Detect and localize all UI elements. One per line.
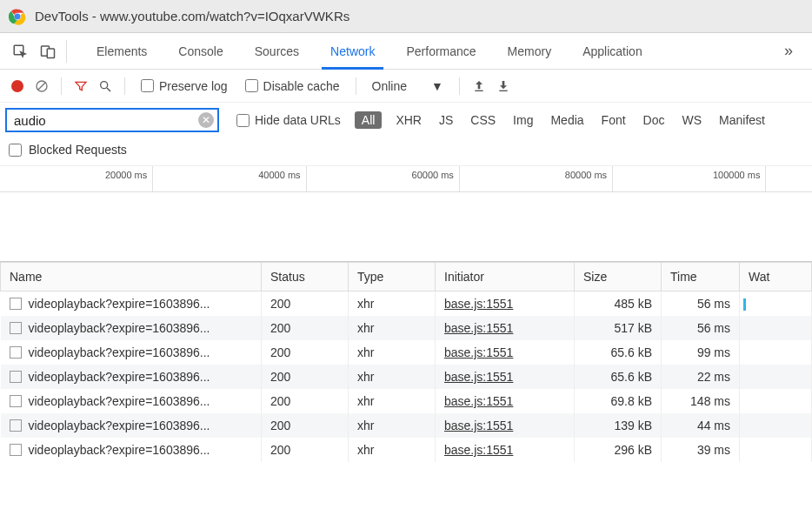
- request-initiator[interactable]: base.js:1551: [444, 321, 513, 335]
- type-filter-doc[interactable]: Doc: [640, 111, 669, 129]
- type-filter-manifest[interactable]: Manifest: [715, 111, 769, 129]
- waterfall-cell: [740, 316, 812, 340]
- waterfall-bar: [743, 298, 746, 311]
- table-header-row: Name Status Type Initiator Size Time Wat: [1, 263, 812, 292]
- request-initiator[interactable]: base.js:1551: [444, 443, 513, 457]
- type-filter-css[interactable]: CSS: [467, 111, 499, 129]
- record-button[interactable]: [7, 76, 28, 97]
- upload-har-icon[interactable]: [469, 76, 489, 97]
- request-time: 56 ms: [662, 292, 740, 317]
- throttling-select[interactable]: Online ▼: [372, 79, 443, 93]
- col-waterfall[interactable]: Wat: [740, 263, 812, 292]
- waterfall-cell: [740, 365, 812, 389]
- type-filter-img[interactable]: Img: [509, 111, 536, 129]
- tab-console[interactable]: Console: [163, 33, 238, 70]
- request-name: videoplayback?expire=1603896...: [29, 419, 210, 432]
- blocked-requests-checkbox[interactable]: [9, 144, 22, 157]
- request-type: xhr: [349, 292, 436, 317]
- request-status: 200: [262, 389, 349, 413]
- tab-elements[interactable]: Elements: [81, 33, 163, 70]
- col-type[interactable]: Type: [349, 263, 436, 292]
- table-row[interactable]: videoplayback?expire=1603896...200xhrbas…: [1, 292, 812, 317]
- main-tabs: Elements Console Sources Network Perform…: [0, 33, 812, 70]
- filter-toggle-icon[interactable]: [70, 76, 91, 97]
- network-table: Name Status Type Initiator Size Time Wat…: [0, 262, 812, 462]
- type-filter-media[interactable]: Media: [547, 111, 587, 129]
- col-status[interactable]: Status: [262, 263, 349, 292]
- download-har-icon[interactable]: [493, 76, 514, 97]
- preserve-log-checkbox[interactable]: Preserve log: [141, 79, 228, 93]
- col-initiator[interactable]: Initiator: [436, 263, 575, 292]
- request-status: 200: [262, 365, 349, 389]
- search-icon[interactable]: [95, 76, 116, 97]
- request-size: 485 kB: [575, 292, 662, 317]
- device-toggle-icon[interactable]: [40, 44, 56, 59]
- type-filter-all[interactable]: All: [355, 111, 383, 129]
- preserve-log-label: Preserve log: [159, 79, 228, 93]
- tab-memory[interactable]: Memory: [492, 33, 568, 70]
- request-name: videoplayback?expire=1603896...: [29, 345, 210, 359]
- request-initiator[interactable]: base.js:1551: [444, 370, 513, 384]
- request-type: xhr: [349, 365, 436, 389]
- waterfall-cell: [740, 413, 812, 438]
- request-size: 517 kB: [575, 316, 662, 340]
- table-row[interactable]: videoplayback?expire=1603896...200xhrbas…: [1, 340, 812, 365]
- request-initiator[interactable]: base.js:1551: [444, 394, 513, 408]
- svg-rect-11: [499, 90, 507, 90]
- table-row[interactable]: videoplayback?expire=1603896...200xhrbas…: [1, 413, 812, 438]
- blocked-requests-row: Blocked Requests: [0, 137, 812, 166]
- request-status: 200: [262, 413, 349, 438]
- request-type: xhr: [349, 413, 436, 438]
- hide-data-urls-checkbox[interactable]: Hide data URLs: [236, 113, 341, 127]
- tab-application[interactable]: Application: [567, 33, 658, 70]
- table-row[interactable]: videoplayback?expire=1603896...200xhrbas…: [1, 365, 812, 389]
- disable-cache-label: Disable cache: [263, 79, 340, 93]
- filter-bar: ✕ Hide data URLs All XHR JS CSS Img Medi…: [0, 103, 812, 137]
- col-time[interactable]: Time: [662, 263, 740, 292]
- svg-rect-4: [47, 49, 54, 58]
- waterfall-cell: [740, 438, 812, 462]
- table-row[interactable]: videoplayback?expire=1603896...200xhrbas…: [1, 438, 812, 462]
- timeline-tick: 60000 ms: [412, 170, 454, 180]
- filter-input-wrap[interactable]: ✕: [5, 108, 219, 132]
- clear-filter-icon[interactable]: ✕: [198, 112, 214, 128]
- request-time: 99 ms: [662, 340, 740, 365]
- request-initiator[interactable]: base.js:1551: [444, 297, 513, 311]
- type-filter-ws[interactable]: WS: [679, 111, 706, 129]
- request-size: 69.8 kB: [575, 389, 662, 413]
- hide-data-urls-label: Hide data URLs: [255, 113, 341, 127]
- clear-button[interactable]: [31, 76, 52, 97]
- tab-performance[interactable]: Performance: [390, 33, 491, 70]
- request-name: videoplayback?expire=1603896...: [29, 443, 210, 457]
- col-name[interactable]: Name: [1, 263, 262, 292]
- svg-point-1: [15, 13, 21, 19]
- disable-cache-checkbox[interactable]: Disable cache: [245, 79, 340, 93]
- request-initiator[interactable]: base.js:1551: [444, 419, 513, 432]
- timeline-overview[interactable]: 20000 ms40000 ms60000 ms80000 ms100000 m…: [0, 166, 812, 262]
- filter-input[interactable]: [14, 113, 198, 128]
- svg-line-9: [107, 88, 110, 91]
- type-filter-font[interactable]: Font: [598, 111, 629, 129]
- throttle-value: Online: [372, 79, 407, 93]
- request-initiator[interactable]: base.js:1551: [444, 345, 513, 359]
- type-filter-js[interactable]: JS: [436, 111, 456, 129]
- more-tabs-icon[interactable]: »: [774, 42, 803, 60]
- window-titlebar: DevTools - www.youtube.com/watch?v=IOqxa…: [0, 0, 812, 33]
- tab-sources[interactable]: Sources: [239, 33, 315, 70]
- request-time: 44 ms: [662, 413, 740, 438]
- type-filter-xhr[interactable]: XHR: [392, 111, 425, 129]
- window-title: DevTools - www.youtube.com/watch?v=IOqxa…: [35, 9, 349, 23]
- tab-network[interactable]: Network: [315, 33, 390, 70]
- request-type: xhr: [349, 438, 436, 462]
- request-name: videoplayback?expire=1603896...: [29, 370, 210, 384]
- request-status: 200: [262, 438, 349, 462]
- svg-rect-10: [475, 90, 483, 90]
- table-row[interactable]: videoplayback?expire=1603896...200xhrbas…: [1, 389, 812, 413]
- request-size: 65.6 kB: [575, 365, 662, 389]
- col-size[interactable]: Size: [575, 263, 662, 292]
- type-filters: All XHR JS CSS Img Media Font Doc WS Man…: [355, 111, 769, 129]
- inspect-icon[interactable]: [12, 44, 28, 59]
- table-row[interactable]: videoplayback?expire=1603896...200xhrbas…: [1, 316, 812, 340]
- file-icon: [10, 444, 22, 456]
- request-time: 39 ms: [662, 438, 740, 462]
